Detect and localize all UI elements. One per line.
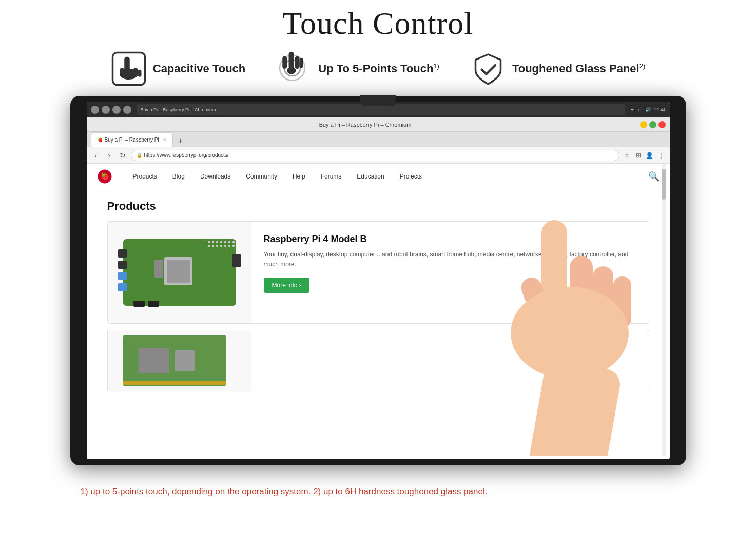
svg-point-9: [287, 67, 296, 74]
bookmark-icon[interactable]: ☆: [623, 151, 632, 160]
rpi-favicon: 🍓: [98, 137, 103, 142]
taskbar-icons: [91, 106, 131, 114]
svg-rect-33: [216, 245, 218, 247]
nav-forums[interactable]: Forums: [321, 173, 342, 180]
new-tab-button[interactable]: +: [175, 135, 186, 147]
svg-rect-42: [175, 350, 195, 371]
nav-help[interactable]: Help: [293, 173, 305, 180]
hand-touch-icon: [111, 51, 147, 87]
product-card-2: [107, 330, 649, 391]
account-icon[interactable]: 👤: [645, 151, 654, 160]
website-nav: 🍓 Products Blog Downloads Community Help…: [87, 164, 670, 189]
browser-tab-active[interactable]: 🍓 Buy a Pi – Raspberry Pi ×: [91, 132, 173, 147]
svg-rect-28: [224, 241, 226, 243]
cm-image: [113, 330, 246, 391]
nav-education[interactable]: Education: [357, 173, 384, 180]
svg-rect-24: [208, 241, 210, 243]
clock-display: 12:44: [654, 107, 666, 112]
svg-rect-12: [300, 58, 303, 68]
capacitive-touch-label: Capacitive Touch: [153, 62, 246, 75]
feature-toughened-glass: Toughened Glass Panel2): [470, 51, 645, 87]
monitor-screen: Buy a Pi – Raspberry Pi – Chromium ✦ ↑↓ …: [87, 102, 670, 459]
svg-rect-26: [216, 241, 218, 243]
page-title: Touch Control: [282, 5, 473, 42]
product-card-info-1: Raspberry Pi 4 Model B Your tiny, dual-d…: [251, 222, 649, 323]
network-icon-text: ↑↓: [637, 107, 642, 112]
search-icon[interactable]: 🔍: [648, 171, 660, 182]
scroll-thumb[interactable]: [662, 169, 666, 200]
five-points-touch-label: Up To 5-Points Touch1): [318, 62, 439, 75]
back-button[interactable]: ‹: [91, 150, 101, 161]
svg-rect-43: [123, 381, 226, 385]
svg-rect-19: [118, 261, 127, 269]
camera-bump: [360, 95, 396, 106]
product-card-image-1: [108, 222, 251, 323]
nav-downloads[interactable]: Downloads: [200, 173, 230, 180]
rpi-logo: 🍓: [97, 169, 112, 184]
bluetooth-icon-text: ✦: [630, 107, 634, 112]
svg-rect-34: [220, 245, 222, 247]
svg-text:🍓: 🍓: [100, 172, 109, 181]
menu-icon[interactable]: ⋮: [656, 151, 666, 160]
svg-rect-17: [167, 260, 190, 283]
svg-rect-21: [118, 283, 127, 291]
svg-rect-5: [138, 70, 141, 77]
nav-products[interactable]: Products: [133, 173, 157, 180]
product-desc-1: Your tiny, dual-display, desktop compute…: [264, 250, 636, 269]
taskbar-browser-tab-text: Buy a Pi – Raspberry Pi – Chromium: [141, 107, 216, 112]
taskbar-dot-1: [91, 106, 99, 114]
nav-community[interactable]: Community: [246, 173, 277, 180]
browser-nav-row: ‹ › ↻ 🔒 https://www.raspberrypi.org/prod…: [87, 147, 670, 164]
nav-projects[interactable]: Projects: [400, 173, 422, 180]
scroll-indicator[interactable]: [662, 164, 666, 456]
maximize-button[interactable]: [649, 121, 656, 128]
finger-touch-icon: [276, 51, 312, 87]
close-button[interactable]: [658, 121, 666, 128]
svg-rect-11: [295, 56, 300, 69]
reload-button[interactable]: ↻: [118, 150, 128, 161]
tab-close-icon[interactable]: ×: [163, 137, 166, 143]
svg-rect-32: [212, 245, 214, 247]
feature-five-points-touch: Up To 5-Points Touch1): [276, 51, 439, 87]
svg-rect-3: [120, 68, 124, 77]
features-row: Capacitive Touch Up To 5-Points Touch1): [0, 51, 756, 87]
products-section-title: Products: [107, 200, 649, 213]
minimize-button[interactable]: [640, 121, 647, 128]
footnote: 1) up to 5-points touch, depending on th…: [70, 487, 686, 497]
monitor-container: Buy a Pi – Raspberry Pi – Chromium ✦ ↑↓ …: [60, 96, 696, 481]
volume-icon-text: 🔊: [645, 107, 651, 112]
svg-rect-22: [133, 301, 145, 307]
url-text: https://www.raspberrypi.org/products/: [144, 152, 229, 158]
product-card-image-2: [108, 330, 251, 391]
rpi4-image: [113, 229, 246, 316]
taskbar-right: ✦ ↑↓ 🔊 12:44: [630, 107, 666, 112]
svg-rect-38: [232, 254, 241, 267]
svg-rect-35: [224, 245, 226, 247]
window-controls: [640, 121, 666, 128]
monitor-bezel: Buy a Pi – Raspberry Pi – Chromium ✦ ↑↓ …: [70, 96, 686, 465]
website-body: Products: [87, 189, 670, 408]
toughened-glass-label: Toughened Glass Panel2): [512, 62, 645, 75]
browser-action-icons: ☆ ⊞ 👤 ⋮: [623, 151, 666, 160]
browser-tab-label: Buy a Pi – Raspberry Pi: [105, 137, 159, 143]
svg-rect-18: [118, 249, 127, 258]
lock-icon: 🔒: [137, 153, 142, 158]
shield-check-icon: [470, 51, 506, 87]
svg-rect-10: [283, 56, 287, 69]
window-title-bar: Buy a Pi – Raspberry Pi – Chromium: [87, 117, 670, 132]
taskbar-dot-2: [102, 106, 110, 114]
svg-rect-31: [208, 245, 210, 247]
product-card-1: Raspberry Pi 4 Model B Your tiny, dual-d…: [107, 221, 649, 324]
svg-rect-20: [118, 272, 127, 280]
product-card-info-2: [251, 330, 649, 391]
nav-blog[interactable]: Blog: [172, 173, 185, 180]
more-info-button-1[interactable]: More info ›: [264, 278, 309, 293]
grid-icon[interactable]: ⊞: [634, 151, 643, 160]
svg-rect-39: [154, 260, 163, 278]
svg-rect-37: [232, 245, 235, 247]
forward-button[interactable]: ›: [104, 150, 114, 161]
address-bar[interactable]: 🔒 https://www.raspberrypi.org/products/: [131, 150, 619, 161]
svg-rect-30: [232, 241, 235, 243]
window-title-text: Buy a Pi – Raspberry Pi – Chromium: [91, 122, 640, 128]
svg-rect-23: [148, 301, 159, 307]
